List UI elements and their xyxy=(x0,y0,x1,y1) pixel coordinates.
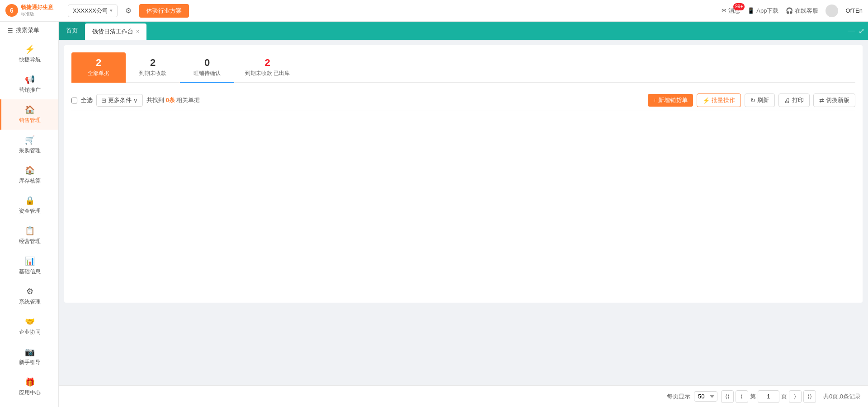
tab-workbench[interactable]: 钱货日清工作台 × xyxy=(85,23,146,40)
settings-button[interactable]: ⚙ xyxy=(121,4,136,18)
finance-icon: 🔒 xyxy=(25,196,35,206)
try-button[interactable]: 体验行业方案 xyxy=(139,4,189,18)
found-text: 共找到 0条 相关单据 xyxy=(146,96,200,104)
sidebar-item-inventory[interactable]: 🏠 库存核算 xyxy=(0,160,58,190)
sidebar-item-basic-info[interactable]: 📊 基础信息 xyxy=(0,251,58,281)
summary-tab-all[interactable]: 2 全部单据 xyxy=(71,52,126,83)
service-button[interactable]: 🎧 在线客服 xyxy=(786,7,818,15)
page-last-button[interactable]: ⟩⟩ xyxy=(803,390,816,403)
summary-count-overdue: 2 xyxy=(150,57,156,69)
company-selector[interactable]: XXXXXX公司 ▾ xyxy=(68,5,118,17)
app-icon: 📱 xyxy=(747,7,755,14)
cooperation-icon: 🤝 xyxy=(25,317,35,327)
app-label: App下载 xyxy=(756,7,778,15)
app-download-button[interactable]: 📱 App下载 xyxy=(747,7,778,15)
switch-label: 切换新版 xyxy=(826,96,849,104)
page-first-button[interactable]: ⟨⟨ xyxy=(721,390,734,403)
tab-minimize-button[interactable]: — xyxy=(848,27,855,35)
sidebar-item-sales[interactable]: 🏠 销售管理 xyxy=(0,99,58,130)
company-name: XXXXXX公司 xyxy=(73,7,108,15)
refresh-icon: ↻ xyxy=(750,97,755,104)
app-center-icon: 🎁 xyxy=(25,377,35,387)
inventory-label: 库存核算 xyxy=(19,177,41,185)
search-menu-icon: ☰ xyxy=(8,27,13,34)
summary-tab-overdue[interactable]: 2 到期未收款 xyxy=(126,52,180,83)
found-suffix: 相关单据 xyxy=(176,97,200,103)
pagination-controls: ⟨⟨ ⟨ 第 页 ⟩ ⟩⟩ xyxy=(721,390,816,403)
summary-tab-out[interactable]: 2 到期未收款 已出库 xyxy=(234,52,301,83)
sidebar-item-wechat[interactable]: 💬 企业微信 xyxy=(0,402,58,407)
page-prev-button[interactable]: ⟨ xyxy=(736,390,748,403)
sidebar-item-operation[interactable]: 📋 经营管理 xyxy=(0,220,58,251)
per-page-select[interactable]: 50 10 20 100 xyxy=(694,391,717,402)
sidebar-item-cooperation[interactable]: 🤝 企业协同 xyxy=(0,311,58,342)
message-badge: 99+ xyxy=(733,3,745,10)
page-suffix: 页 xyxy=(781,393,787,401)
top-header: 6 畅捷通好生意 标准版 XXXXXX公司 ▾ ⚙ 体验行业方案 ✉ 消息 99… xyxy=(0,0,868,22)
page-next-button[interactable]: ⟩ xyxy=(789,390,802,403)
filter-arrow-icon: ∨ xyxy=(133,97,138,104)
tab-expand-button[interactable]: ⤢ xyxy=(859,27,864,35)
basic-info-label: 基础信息 xyxy=(19,268,41,276)
tab-workbench-label: 钱货日清工作台 xyxy=(92,28,133,36)
table-content-area xyxy=(71,115,855,295)
tab-bar-right: — ⤢ xyxy=(848,22,868,40)
guide-label: 新手引导 xyxy=(19,359,41,366)
guide-icon: 📷 xyxy=(25,347,35,357)
header-right: ✉ 消息 99+ 📱 App下载 🎧 在线客服 OfTEn xyxy=(722,5,863,17)
quick-nav-label: 快捷导航 xyxy=(19,56,41,64)
filter-icon: ⊟ xyxy=(101,97,106,104)
quick-nav-icon: ⚡ xyxy=(25,44,35,54)
new-order-button[interactable]: + 新增销货单 xyxy=(648,94,693,107)
toolbar-left: 全选 ⊟ 更多条件 ∨ 共找到 0条 相关单据 xyxy=(71,94,644,107)
content-main: 2 全部单据 2 到期未收款 0 旺铺待确认 2 xyxy=(59,40,868,385)
summary-tab-pending[interactable]: 0 旺铺待确认 xyxy=(180,52,234,83)
print-button[interactable]: 🖨 打印 xyxy=(778,94,810,107)
print-label: 打印 xyxy=(792,96,804,104)
logo-area: 6 畅捷通好生意 标准版 xyxy=(5,4,64,17)
main-layout: ☰ 搜索菜单 ⚡ 快捷导航 📢 营销推广 🏠 销售管理 🛒 采购管理 🏠 库存核… xyxy=(0,22,868,407)
filter-button[interactable]: ⊟ 更多条件 ∨ xyxy=(96,94,143,107)
system-label: 系统管理 xyxy=(19,298,41,306)
summary-count-out: 2 xyxy=(265,57,270,69)
summary-label-pending: 旺铺待确认 xyxy=(193,70,221,77)
marketing-label: 营销推广 xyxy=(19,86,41,94)
page-prefix: 第 xyxy=(750,393,756,401)
sidebar: ☰ 搜索菜单 ⚡ 快捷导航 📢 营销推广 🏠 销售管理 🛒 采购管理 🏠 库存核… xyxy=(0,22,59,407)
sidebar-item-quick-nav[interactable]: ⚡ 快捷导航 xyxy=(0,39,58,69)
cooperation-label: 企业协同 xyxy=(19,328,41,336)
summary-tabs: 2 全部单据 2 到期未收款 0 旺铺待确认 2 xyxy=(71,52,855,83)
app-center-label: 应用中心 xyxy=(19,389,41,397)
avatar-name: OfTEn xyxy=(845,7,863,14)
tab-home[interactable]: 首页 xyxy=(59,22,85,40)
per-page-label: 每页显示 xyxy=(667,393,690,401)
sidebar-item-finance[interactable]: 🔒 资金管理 xyxy=(0,190,58,220)
sidebar-item-system[interactable]: ⚙ 系统管理 xyxy=(0,281,58,311)
sidebar-item-marketing[interactable]: 📢 营销推广 xyxy=(0,69,58,99)
sidebar-item-search[interactable]: ☰ 搜索菜单 xyxy=(0,22,58,39)
page-input[interactable] xyxy=(758,390,779,403)
message-button[interactable]: ✉ 消息 99+ xyxy=(722,7,740,15)
tab-close-icon[interactable]: × xyxy=(136,28,139,35)
batch-button[interactable]: ⚡ 批量操作 xyxy=(697,94,741,107)
sidebar-item-app-center[interactable]: 🎁 应用中心 xyxy=(0,372,58,402)
switch-version-button[interactable]: ⇄ 切换新版 xyxy=(813,94,855,107)
select-all-checkbox[interactable] xyxy=(71,98,77,103)
sidebar-item-guide[interactable]: 📷 新手引导 xyxy=(0,342,58,372)
operation-label: 经营管理 xyxy=(19,238,41,245)
purchase-icon: 🛒 xyxy=(25,135,35,145)
footer-bar: 每页显示 50 10 20 100 ⟨⟨ ⟨ 第 页 ⟩ ⟩⟩ 共0页,0条记录 xyxy=(59,385,868,407)
summary-label-overdue: 到期未收款 xyxy=(139,70,166,77)
system-icon: ⚙ xyxy=(26,286,33,296)
avatar[interactable] xyxy=(826,5,838,17)
total-text: 共0页,0条记录 xyxy=(823,393,861,401)
search-menu-label: 搜索菜单 xyxy=(16,26,39,34)
logo-title: 畅捷通好生意 xyxy=(21,4,53,10)
logo-text-area: 畅捷通好生意 标准版 xyxy=(21,4,53,17)
filter-label: 更多条件 xyxy=(108,96,132,104)
sales-label: 销售管理 xyxy=(19,117,41,124)
sales-icon: 🏠 xyxy=(25,105,35,115)
refresh-button[interactable]: ↻ 刷新 xyxy=(745,94,775,107)
sidebar-item-purchase[interactable]: 🛒 采购管理 xyxy=(0,130,58,160)
marketing-icon: 📢 xyxy=(25,75,35,84)
